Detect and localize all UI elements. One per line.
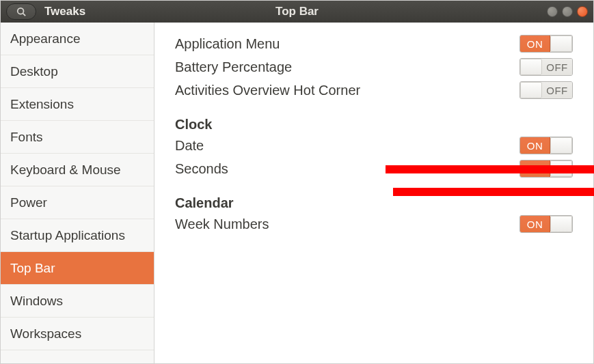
sidebar-item-label: Workspaces (10, 326, 81, 341)
sidebar-item-keyboard-mouse[interactable]: Keyboard & Mouse (1, 154, 154, 186)
sidebar-item-label: Desktop (10, 64, 58, 79)
sidebar-item-workspaces[interactable]: Workspaces (1, 318, 154, 350)
toggle-week-numbers[interactable]: ON (519, 215, 573, 233)
toggle-knob (520, 82, 542, 98)
setting-row-seconds: SecondsON (175, 157, 573, 180)
toggle-knob (550, 137, 572, 154)
toggle-knob (550, 216, 572, 232)
svg-point-0 (18, 8, 24, 14)
sidebar-item-label: Top Bar (10, 261, 55, 276)
content-pane: Application MenuONBattery PercentageOFFA… (154, 23, 593, 363)
toggle-application-menu[interactable]: ON (519, 35, 573, 53)
sidebar-item-top-bar[interactable]: Top Bar (1, 252, 154, 285)
maximize-button[interactable] (562, 6, 573, 17)
toggle-activities-hot-corner[interactable]: OFF (519, 81, 573, 99)
section-heading-clock: Clock (175, 117, 573, 132)
window-body: AppearanceDesktopExtensionsFontsKeyboard… (1, 23, 593, 363)
sidebar-item-label: Power (10, 195, 47, 210)
setting-row-application-menu: Application MenuON (175, 32, 573, 55)
toggle-state-label: ON (520, 137, 550, 154)
sidebar: AppearanceDesktopExtensionsFontsKeyboard… (1, 23, 154, 363)
toggle-state-label: ON (520, 216, 550, 232)
tweaks-window: Tweaks Top Bar AppearanceDesktopExtensio… (0, 0, 594, 364)
setting-label: Battery Percentage (175, 59, 292, 75)
toggle-date[interactable]: ON (519, 137, 573, 154)
toggle-battery-percentage[interactable]: OFF (519, 58, 573, 76)
sidebar-item-label: Windows (10, 294, 63, 309)
sidebar-item-label: Extensions (10, 97, 74, 112)
sidebar-item-desktop[interactable]: Desktop (1, 55, 154, 88)
setting-label: Activities Overview Hot Corner (175, 83, 360, 98)
svg-line-1 (23, 14, 26, 16)
sidebar-item-label: Startup Applications (10, 228, 125, 243)
setting-label: Date (175, 138, 204, 154)
sidebar-item-startup-applications[interactable]: Startup Applications (1, 219, 154, 252)
setting-row-battery-percentage: Battery PercentageOFF (175, 55, 573, 79)
sidebar-item-extensions[interactable]: Extensions (1, 88, 154, 121)
setting-label: Seconds (175, 161, 228, 177)
setting-label: Week Numbers (175, 216, 269, 232)
setting-label: Application Menu (175, 36, 280, 52)
toggle-seconds[interactable]: ON (519, 160, 573, 178)
close-button[interactable] (577, 6, 588, 17)
toggle-state-label: ON (520, 36, 550, 52)
sidebar-item-label: Fonts (10, 130, 43, 145)
section-heading-calendar: Calendar (175, 195, 573, 211)
sidebar-item-windows[interactable]: Windows (1, 285, 154, 318)
toggle-state-label: ON (520, 160, 550, 177)
page-title: Top Bar (1, 5, 593, 18)
sidebar-item-label: Keyboard & Mouse (10, 163, 121, 178)
toggle-state-label: OFF (542, 59, 572, 75)
sidebar-item-fonts[interactable]: Fonts (1, 121, 154, 154)
sidebar-item-appearance[interactable]: Appearance (1, 23, 154, 55)
search-button[interactable] (6, 3, 36, 20)
setting-row-week-numbers: Week NumbersON (175, 212, 573, 236)
toggle-state-label: OFF (542, 82, 572, 98)
app-name: Tweaks (44, 5, 85, 18)
search-icon (16, 7, 26, 16)
sidebar-item-power[interactable]: Power (1, 186, 154, 219)
sidebar-item-label: Appearance (10, 31, 80, 46)
setting-row-date: DateON (175, 134, 573, 157)
minimize-button[interactable] (547, 6, 558, 17)
titlebar: Tweaks Top Bar (1, 1, 593, 23)
setting-row-activities-hot-corner: Activities Overview Hot CornerOFF (175, 79, 573, 102)
toggle-knob (550, 36, 572, 52)
toggle-knob (550, 160, 572, 177)
toggle-knob (520, 59, 542, 75)
